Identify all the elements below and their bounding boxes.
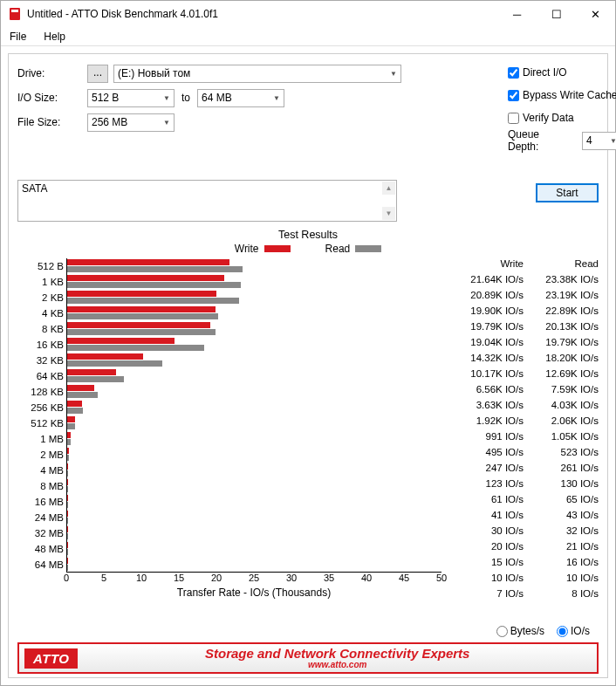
value-write: 30 IO/s — [448, 525, 524, 541]
value-read: 18.20K IO/s — [524, 353, 599, 368]
value-read: 43 IO/s — [524, 510, 599, 525]
bar-write — [67, 338, 175, 344]
y-tick: 32 KB — [17, 353, 64, 368]
value-write: 123 IO/s — [448, 478, 524, 494]
message-box[interactable]: SATA ▲ ▼ — [17, 180, 397, 222]
chevron-down-icon: ▼ — [163, 94, 170, 102]
bar-write — [67, 353, 143, 360]
bar-read — [67, 392, 98, 398]
drive-label: Drive: — [17, 67, 87, 79]
value-write: 10 IO/s — [448, 573, 524, 588]
svg-rect-1 — [11, 10, 18, 12]
bar-write — [67, 432, 71, 438]
value-read: 12.69K IO/s — [524, 368, 599, 384]
iosize-label: I/O Size: — [17, 92, 87, 104]
y-tick: 512 B — [17, 258, 64, 274]
value-write: 20.89K IO/s — [448, 290, 524, 305]
y-tick: 16 KB — [17, 337, 64, 353]
value-read: 21 IO/s — [524, 541, 599, 557]
chevron-down-icon: ▼ — [163, 119, 170, 127]
value-read: 10 IO/s — [524, 573, 599, 588]
x-axis-label: Transfer Rate - IO/s (Thousands) — [66, 587, 441, 599]
atto-banner[interactable]: ATTO Storage and Network Connectivity Ex… — [17, 642, 599, 674]
value-read: 2.06K IO/s — [524, 415, 599, 431]
minimize-button[interactable]: ─ — [497, 1, 537, 27]
direct-io-checkbox[interactable] — [508, 67, 519, 79]
bar-write — [67, 369, 116, 375]
bar-write — [67, 416, 75, 422]
bar-write — [67, 306, 216, 312]
bar-read — [67, 298, 239, 304]
y-tick: 48 MB — [17, 541, 64, 557]
x-tick: 50 — [436, 573, 447, 583]
start-button[interactable]: Start — [536, 183, 599, 202]
values-table: WriteRead 21.64K IO/s23.38K IO/s20.89K I… — [445, 258, 599, 620]
menu-help[interactable]: Help — [40, 29, 69, 45]
value-write: 991 IO/s — [448, 431, 524, 447]
message-text: SATA — [22, 182, 48, 195]
bar-read — [67, 376, 124, 382]
x-tick: 20 — [211, 573, 222, 583]
value-read: 4.03K IO/s — [524, 400, 599, 415]
bar-write — [67, 275, 224, 281]
bar-write — [67, 401, 82, 407]
ios-radio[interactable] — [557, 626, 568, 637]
scroll-up-icon[interactable]: ▲ — [382, 182, 395, 195]
app-icon — [8, 7, 22, 21]
y-tick: 4 KB — [17, 305, 64, 321]
x-tick: 35 — [324, 573, 334, 583]
bar-write — [67, 463, 68, 470]
legend-write-swatch — [264, 245, 291, 252]
filesize-combo[interactable]: 256 MB▼ — [87, 113, 175, 132]
bypass-checkbox[interactable] — [508, 90, 519, 101]
verify-checkbox[interactable] — [508, 113, 519, 124]
to-label: to — [181, 92, 190, 104]
bytes-radio[interactable] — [496, 626, 508, 637]
chart-legend: Write Read — [17, 243, 599, 255]
chevron-down-icon: ▼ — [273, 94, 280, 102]
y-tick: 64 MB — [17, 557, 64, 573]
y-tick: 24 MB — [17, 510, 64, 525]
x-tick: 25 — [249, 573, 259, 583]
y-tick: 8 KB — [17, 321, 64, 337]
x-tick: 40 — [361, 573, 372, 583]
qd-label: Queue Depth: — [508, 128, 572, 153]
menu-file[interactable]: File — [6, 29, 30, 45]
value-write: 10.17K IO/s — [448, 368, 524, 384]
filesize-label: File Size: — [17, 116, 87, 128]
value-read: 22.89K IO/s — [524, 305, 599, 321]
drive-browse-button[interactable]: ... — [87, 65, 108, 83]
bar-read — [67, 329, 216, 335]
x-tick: 15 — [174, 573, 184, 583]
value-write: 61 IO/s — [448, 494, 524, 510]
bar-write — [67, 448, 69, 454]
value-read: 23.38K IO/s — [524, 274, 599, 290]
value-read: 8 IO/s — [524, 588, 599, 604]
value-write: 15 IO/s — [448, 557, 524, 573]
iosize-to-combo[interactable]: 64 MB▼ — [197, 89, 284, 107]
close-button[interactable]: ✕ — [576, 1, 615, 27]
x-tick: 0 — [64, 573, 69, 583]
value-write: 247 IO/s — [448, 463, 524, 478]
bar-write — [67, 259, 229, 265]
maximize-button[interactable]: ☐ — [537, 1, 576, 27]
drive-combo[interactable]: (E:) Новый том▼ — [113, 65, 401, 83]
y-tick: 16 MB — [17, 494, 64, 510]
bar-read — [67, 423, 75, 429]
y-tick: 64 KB — [17, 368, 64, 384]
qd-combo[interactable]: 4▼ — [582, 132, 616, 150]
legend-read-swatch — [355, 245, 381, 252]
value-write: 1.92K IO/s — [448, 415, 524, 431]
scroll-down-icon[interactable]: ▼ — [382, 207, 395, 220]
iosize-from-combo[interactable]: 512 B▼ — [87, 89, 175, 107]
bar-read — [67, 360, 162, 367]
unit-radios: Bytes/s IO/s — [17, 625, 599, 637]
bar-write — [67, 385, 94, 391]
value-read: 1.05K IO/s — [524, 431, 599, 447]
bar-read — [67, 455, 69, 461]
bar-read — [67, 439, 71, 445]
y-tick: 4 MB — [17, 463, 64, 478]
main-panel: Drive: ... (E:) Новый том▼ I/O Size: 512… — [8, 53, 608, 678]
value-read: 261 IO/s — [524, 463, 599, 478]
x-tick: 5 — [101, 573, 106, 583]
